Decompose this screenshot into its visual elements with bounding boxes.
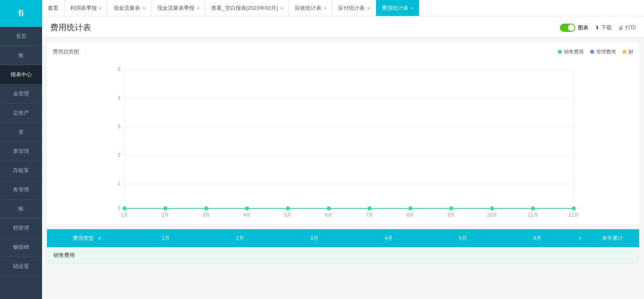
chart-dot-2 bbox=[163, 206, 167, 210]
header-actions: 图表 ⬇ 下载 🖨 打印 bbox=[560, 24, 636, 32]
sidebar-item-assets[interactable]: 定资产 bbox=[0, 104, 42, 123]
chart-section: 费用趋势图 销售费用 管理费用 财 bbox=[47, 42, 639, 224]
legend-label-finance: 财 bbox=[628, 49, 633, 55]
tab-close-receivable[interactable]: × bbox=[324, 6, 326, 11]
legend-dot-sales bbox=[558, 50, 562, 54]
chart-dot-12 bbox=[572, 206, 576, 210]
table-prev-button[interactable]: < bbox=[96, 234, 103, 242]
chart-legend: 销售费用 管理费用 财 bbox=[558, 49, 633, 55]
tab-receivable[interactable]: 应收统计表 × bbox=[289, 0, 332, 16]
tab-bar: 首页 利润表季报 × 现金流量表 × 现金流量表季报 × 查看_空白报表(202… bbox=[42, 0, 644, 16]
svg-text:5月: 5月 bbox=[284, 212, 292, 218]
chart-toggle-label: 图表 bbox=[578, 24, 588, 31]
legend-finance: 财 bbox=[622, 49, 633, 55]
th-month-4: 4月 bbox=[352, 235, 426, 242]
tab-blank-report[interactable]: 查看_空白报表(2023年02月) × bbox=[205, 0, 289, 16]
page-title: 费用统计表 bbox=[50, 22, 91, 33]
legend-dot-admin bbox=[590, 50, 594, 54]
table-row-sales: 销售费用 bbox=[47, 247, 639, 264]
chart-dot-3 bbox=[204, 206, 208, 210]
legend-sales: 销售费用 bbox=[558, 49, 584, 55]
th-summary: 本年累计 bbox=[586, 235, 639, 242]
tab-close-blank-report[interactable]: × bbox=[281, 6, 283, 11]
th-type: 费用类型 < bbox=[47, 234, 129, 242]
chart-title: 费用趋势图 bbox=[53, 48, 79, 55]
sidebar-item-accounts[interactable]: 账 bbox=[0, 199, 42, 219]
tab-close-cashflow[interactable]: × bbox=[143, 6, 145, 11]
page-header: 费用统计表 图表 ⬇ 下载 🖨 打印 bbox=[42, 16, 644, 38]
th-month-2: 2月 bbox=[203, 235, 277, 242]
legend-label-sales: 销售费用 bbox=[564, 49, 584, 55]
svg-text:1月: 1月 bbox=[121, 212, 129, 218]
th-month-6: 6月 bbox=[500, 235, 575, 242]
chart-dot-10 bbox=[490, 206, 494, 210]
svg-text:2月: 2月 bbox=[162, 212, 169, 218]
sidebar-item-services[interactable]: 务管理 bbox=[0, 180, 42, 199]
svg-text:3月: 3月 bbox=[203, 212, 210, 218]
print-button[interactable]: 🖨 打印 bbox=[618, 24, 636, 31]
sidebar-logo: fi bbox=[0, 0, 42, 27]
svg-text:5: 5 bbox=[118, 66, 120, 72]
print-icon: 🖨 bbox=[618, 24, 624, 31]
legend-dot-finance bbox=[622, 50, 626, 54]
svg-text:4月: 4月 bbox=[243, 212, 251, 218]
download-icon: ⬇ bbox=[595, 24, 599, 31]
tab-cashflow-quarter[interactable]: 现金流量表季报 × bbox=[152, 0, 205, 16]
sidebar-item-archive[interactable]: 档管理 bbox=[0, 219, 42, 238]
sidebar-item-settings[interactable]: 础设置 bbox=[0, 257, 42, 276]
table-section: 费用类型 < 1月 2月 3月 4月 5月 6月 > 本年累计 销售费用 bbox=[47, 229, 639, 264]
tab-expense[interactable]: 费用统计表 × bbox=[376, 0, 419, 16]
svg-text:6月: 6月 bbox=[325, 212, 333, 218]
tab-cashflow[interactable]: 现金流量表 × bbox=[108, 0, 151, 16]
legend-label-admin: 管理费用 bbox=[596, 49, 616, 55]
chart-svg: 5 4 3 2 1 0 bbox=[53, 60, 633, 219]
chart-dot-8 bbox=[408, 206, 412, 210]
svg-text:8月: 8月 bbox=[407, 212, 414, 218]
svg-text:4: 4 bbox=[118, 95, 120, 101]
sidebar-item-reports[interactable]: 报表中心 bbox=[0, 65, 42, 84]
tab-profit[interactable]: 利润表季报 × bbox=[65, 0, 108, 16]
legend-admin: 管理费用 bbox=[590, 49, 616, 55]
td-type-sales: 销售费用 bbox=[47, 252, 129, 259]
content-area: 费用统计表 图表 ⬇ 下载 🖨 打印 费用趋势图 bbox=[42, 16, 644, 299]
table-header: 费用类型 < 1月 2月 3月 4月 5月 6月 > 本年累计 bbox=[47, 229, 639, 247]
tab-close-profit[interactable]: × bbox=[99, 6, 102, 11]
tab-home[interactable]: 首页 bbox=[42, 0, 65, 16]
th-month-1: 1月 bbox=[129, 235, 203, 242]
chart-header: 费用趋势图 销售费用 管理费用 财 bbox=[53, 48, 633, 55]
sidebar-item-inventory[interactable]: 存核算 bbox=[0, 161, 42, 180]
tab-payable[interactable]: 应付统计表 × bbox=[332, 0, 376, 16]
svg-text:3: 3 bbox=[118, 124, 120, 129]
sidebar-item-ledger[interactable]: 账 bbox=[0, 46, 42, 65]
table-next-button[interactable]: > bbox=[575, 235, 586, 241]
sidebar-item-capital[interactable]: 资 bbox=[0, 123, 42, 142]
sidebar-item-home[interactable]: 首页 bbox=[0, 27, 42, 46]
main-area: 首页 利润表季报 × 现金流量表 × 现金流量表季报 × 查看_空白报表(202… bbox=[42, 0, 644, 299]
th-month-5: 5月 bbox=[426, 235, 500, 242]
svg-text:1: 1 bbox=[118, 181, 120, 186]
chart-toggle[interactable] bbox=[560, 24, 575, 32]
sidebar-item-tickets[interactable]: 票管理 bbox=[0, 142, 42, 161]
th-month-3: 3月 bbox=[277, 235, 352, 242]
sidebar-item-finance[interactable]: 金管理 bbox=[0, 84, 42, 104]
tab-close-payable[interactable]: × bbox=[367, 6, 370, 11]
chart-dot-9 bbox=[449, 206, 453, 210]
chart-dot-6 bbox=[327, 206, 331, 210]
chart-dot-1 bbox=[123, 206, 127, 210]
sidebar: fi 首页 账 报表中心 金管理 定资产 资 票管理 存核算 务管理 账 档管理… bbox=[0, 0, 42, 299]
tab-close-cashflow-quarter[interactable]: × bbox=[197, 6, 199, 11]
chart-dot-5 bbox=[286, 206, 290, 210]
chart-dot-7 bbox=[368, 206, 372, 210]
svg-text:0: 0 bbox=[118, 205, 120, 211]
svg-text:2: 2 bbox=[118, 152, 120, 158]
chart-container: 5 4 3 2 1 0 bbox=[53, 60, 633, 219]
download-button[interactable]: ⬇ 下载 bbox=[595, 24, 612, 31]
sidebar-item-expense[interactable]: 畅报销 bbox=[0, 238, 42, 257]
svg-text:7月: 7月 bbox=[366, 212, 374, 218]
chart-dot-4 bbox=[245, 206, 249, 210]
svg-text:10月: 10月 bbox=[487, 212, 497, 218]
tab-close-expense[interactable]: × bbox=[411, 6, 413, 11]
svg-text:11月: 11月 bbox=[528, 212, 538, 218]
svg-text:9月: 9月 bbox=[448, 212, 455, 218]
chart-toggle-wrap: 图表 bbox=[560, 24, 588, 32]
